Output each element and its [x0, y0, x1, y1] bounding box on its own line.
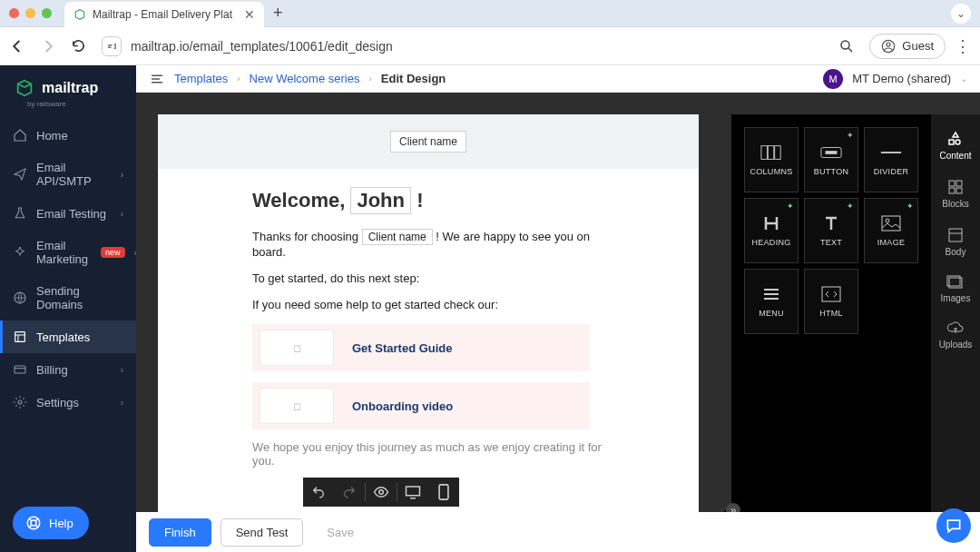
- sidebar: mailtrap by railsware Home Email API/SMT…: [0, 65, 136, 552]
- resource-title: Get Started Guide: [352, 341, 453, 355]
- merge-tag-client-name-inline[interactable]: Client name: [362, 229, 433, 245]
- save-button[interactable]: Save: [312, 519, 368, 546]
- block-label: HEADING: [751, 238, 790, 247]
- traffic-max[interactable]: [42, 8, 52, 18]
- breadcrumb-separator: ›: [368, 74, 371, 84]
- org-name[interactable]: MT Demo (shared): [852, 72, 951, 85]
- email-paragraph-2[interactable]: To get started, do this next step:: [252, 271, 604, 285]
- right-rail-tabs: Content Blocks Body Images Uploads: [931, 114, 980, 552]
- globe-icon: [13, 291, 27, 305]
- sidebar-item-email-api[interactable]: Email API/SMTP ›: [0, 152, 136, 197]
- traffic-close[interactable]: [9, 8, 19, 18]
- images-icon: [946, 275, 965, 290]
- block-label: HTML: [819, 309, 843, 318]
- org-avatar[interactable]: M: [823, 69, 843, 89]
- new-tab-button[interactable]: +: [273, 4, 283, 23]
- svg-rect-26: [439, 485, 448, 499]
- guest-profile[interactable]: Guest: [869, 34, 946, 59]
- footer-actions: Finish Send Test Save: [136, 512, 980, 552]
- email-header[interactable]: Client name: [158, 114, 699, 169]
- email-footer-note[interactable]: We hope you enjoy this journey as much a…: [252, 440, 604, 468]
- ai-spark-icon: ✦: [847, 202, 854, 211]
- lifebuoy-icon: [25, 515, 42, 531]
- merge-tag-client-name[interactable]: Client name: [390, 131, 466, 153]
- email-heading[interactable]: Welcome, John !: [252, 187, 604, 214]
- breadcrumb-templates[interactable]: Templates: [174, 72, 228, 85]
- block-text[interactable]: ✦ TEXT: [804, 198, 858, 263]
- redo-button[interactable]: [334, 478, 365, 507]
- reload-button[interactable]: [71, 38, 93, 54]
- merge-tag-name[interactable]: John: [350, 187, 411, 214]
- sidebar-item-label: Templates: [36, 330, 90, 344]
- rail-tab-blocks[interactable]: Blocks: [942, 179, 968, 209]
- browser-tab[interactable]: Mailtrap - Email Delivery Plat ✕: [64, 2, 264, 27]
- email-body[interactable]: Welcome, John ! Thanks for choosing Clie…: [158, 169, 699, 486]
- svg-point-15: [886, 219, 889, 222]
- logo-subtitle: by railsware: [27, 100, 136, 119]
- preview-button[interactable]: [366, 478, 397, 507]
- card-icon: [13, 362, 27, 377]
- chevron-down-icon[interactable]: ⌄: [960, 74, 967, 84]
- email-paragraph-1[interactable]: Thanks for choosing Client name ! We are…: [252, 229, 604, 259]
- sidebar-item-templates[interactable]: Templates: [0, 320, 136, 353]
- sidebar-item-sending-domains[interactable]: Sending Domains: [0, 275, 136, 320]
- close-icon[interactable]: ✕: [244, 7, 255, 22]
- chevron-right-icon: ›: [121, 398, 123, 408]
- chevron-right-icon: ›: [121, 209, 123, 219]
- help-button[interactable]: Help: [13, 507, 89, 539]
- block-divider[interactable]: DIVIDER: [864, 127, 918, 192]
- desktop-view-button[interactable]: [397, 478, 428, 507]
- chat-widget-button[interactable]: [936, 508, 971, 543]
- search-icon[interactable]: [838, 38, 860, 54]
- block-heading[interactable]: ✦ HEADING: [744, 198, 799, 263]
- logo-text: mailtrap: [42, 80, 98, 96]
- canvas-toolbar: [303, 478, 459, 507]
- canvas-area: Client name Welcome, John ! Thanks for c…: [136, 93, 980, 552]
- sidebar-item-email-testing[interactable]: Email Testing ›: [0, 197, 136, 230]
- browser-menu-icon[interactable]: ⋮: [955, 36, 971, 56]
- forward-button[interactable]: [40, 38, 62, 54]
- chevron-right-icon: ›: [121, 170, 123, 180]
- heading-suffix: !: [416, 189, 423, 212]
- chrome-expand-icon[interactable]: ⌄: [951, 4, 971, 24]
- breadcrumb-series[interactable]: New Welcome series: [250, 72, 360, 85]
- sidebar-item-label: Email Testing: [36, 207, 106, 221]
- block-columns[interactable]: COLUMNS: [744, 127, 799, 192]
- resource-card-guide[interactable]: ◻ Get Started Guide: [252, 324, 590, 371]
- template-icon: [13, 330, 27, 344]
- svg-rect-5: [15, 366, 25, 373]
- resource-card-video[interactable]: ◻ Onboarding video: [252, 382, 590, 429]
- site-settings-icon[interactable]: [102, 36, 122, 56]
- sidebar-item-home[interactable]: Home: [0, 119, 136, 152]
- sidebar-item-billing[interactable]: Billing ›: [0, 353, 136, 386]
- block-button[interactable]: ✦ BUTTON: [804, 127, 858, 192]
- columns-icon: [760, 143, 782, 162]
- traffic-min[interactable]: [25, 8, 35, 18]
- menu-icon[interactable]: [149, 71, 165, 87]
- rail-tab-images[interactable]: Images: [941, 275, 971, 303]
- finish-button[interactable]: Finish: [149, 518, 211, 547]
- sidebar-item-settings[interactable]: Settings ›: [0, 386, 136, 419]
- right-rail-blocks: COLUMNS ✦ BUTTON DIVIDER ✦ HEADING: [731, 114, 931, 552]
- back-button[interactable]: [9, 38, 31, 54]
- block-label: MENU: [759, 309, 784, 318]
- sidebar-item-email-marketing[interactable]: Email Marketing new ›: [0, 230, 136, 275]
- url-field[interactable]: mailtrap.io/email_templates/10061/edit_d…: [131, 39, 829, 54]
- rail-tab-body[interactable]: Body: [946, 227, 966, 257]
- svg-rect-10: [768, 146, 773, 160]
- rail-tab-uploads[interactable]: Uploads: [939, 321, 973, 350]
- email-paragraph-3[interactable]: If you need some help to get started che…: [252, 298, 604, 311]
- upload-icon: [946, 321, 965, 336]
- send-test-button[interactable]: Send Test: [220, 518, 304, 547]
- block-html[interactable]: HTML: [804, 269, 858, 334]
- block-menu[interactable]: MENU: [744, 269, 799, 334]
- heading-prefix: Welcome,: [252, 189, 345, 212]
- undo-button[interactable]: [303, 478, 334, 507]
- send-icon: [13, 167, 27, 182]
- mobile-view-button[interactable]: [428, 478, 459, 507]
- svg-rect-11: [775, 146, 780, 160]
- block-image[interactable]: ✦ IMAGE: [864, 198, 918, 263]
- svg-rect-20: [956, 188, 962, 193]
- sidebar-item-label: Home: [36, 129, 68, 143]
- rail-tab-content[interactable]: Content: [939, 131, 971, 161]
